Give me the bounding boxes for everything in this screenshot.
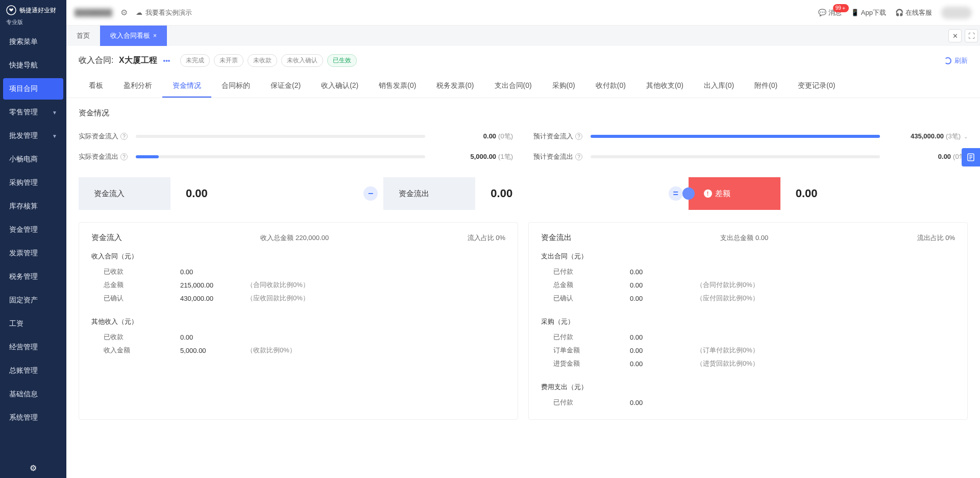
subtab-2[interactable]: 资金情况: [162, 75, 211, 98]
data-row: 进货金额0.00（进货回款比例0%）: [541, 357, 955, 370]
contract-title: 收入合同: X大厦工程: [79, 55, 157, 66]
chevron-down-icon[interactable]: ⌄: [964, 134, 968, 139]
status-chip: 未收入确认: [281, 54, 323, 67]
tab-home[interactable]: 首页: [66, 26, 100, 46]
subtab-3[interactable]: 合同标的: [211, 75, 260, 98]
difference-label: !差额: [689, 177, 780, 210]
warning-icon: !: [704, 189, 712, 198]
subtab-5[interactable]: 收入确认(2): [311, 75, 369, 98]
sidebar-item-0[interactable]: 搜索菜单: [0, 30, 66, 54]
feedback-float-button[interactable]: [962, 148, 980, 166]
funds-section-title: 资金情况: [66, 98, 980, 126]
subtab-14[interactable]: 变更记录(0): [788, 75, 845, 98]
subtab-6[interactable]: 销售发票(0): [369, 75, 426, 98]
data-row: 收入金额5,000.00（收款比例0%）: [91, 344, 505, 357]
equals-icon: =: [669, 186, 683, 201]
content-scroll[interactable]: 资金情况 实际资金流入? 0.00(0笔) 预计资金流入? 435,000.00…: [66, 98, 980, 478]
subtab-4[interactable]: 保证金(2): [260, 75, 311, 98]
status-chip-active: 已生效: [327, 54, 357, 67]
actual-inflow-row: 实际资金流入? 0.00(0笔): [79, 126, 513, 147]
data-row: 已确认430,000.00（应收回款比例0%）: [91, 292, 505, 305]
status-chip: 未开票: [214, 54, 243, 67]
expected-outflow-row: 预计资金流出? 0.00(0笔): [533, 147, 968, 167]
inflow-label: 资金流入: [79, 177, 170, 210]
sidebar-item-9[interactable]: 发票管理: [0, 242, 66, 265]
status-chip: 未完成: [180, 54, 210, 67]
subtab-11[interactable]: 其他收支(0): [636, 75, 694, 98]
subtabs: 看板盈利分析资金情况合同标的保证金(2)收入确认(2)销售发票(0)税务发票(0…: [66, 75, 980, 98]
help-icon[interactable]: ?: [120, 133, 128, 140]
sidebar-item-13[interactable]: 经营管理: [0, 336, 66, 359]
sidebar-item-8[interactable]: 资金管理: [0, 218, 66, 242]
sidebar-item-2[interactable]: 项目合同: [3, 78, 63, 100]
sidebar-settings-icon[interactable]: ⚙: [30, 464, 37, 472]
close-tab-icon[interactable]: ×: [153, 32, 157, 39]
subtab-12[interactable]: 出入库(0): [694, 75, 744, 98]
topbar: ████████ ⚙ ☁ 我要看实例演示 💬 消息 99＋ 📱 App下载: [66, 0, 980, 26]
minus-icon: −: [363, 186, 378, 201]
tab-income-contract-board[interactable]: 收入合同看板 ×: [100, 26, 167, 46]
refresh-button[interactable]: 刷新: [944, 56, 968, 65]
sidebar-item-5[interactable]: 小畅电商: [0, 148, 66, 171]
difference-value: 0.00: [780, 187, 968, 200]
phone-icon: 📱: [851, 9, 859, 16]
outflow-label: 资金流出: [383, 177, 475, 210]
subtab-13[interactable]: 附件(0): [744, 75, 788, 98]
data-row: 已付款0.00: [541, 330, 955, 344]
sidebar-item-10[interactable]: 税务管理: [0, 265, 66, 289]
customer-service-button[interactable]: 🎧 在线客服: [895, 8, 932, 17]
inflow-panel: 资金流入 收入总金额 220,000.00 流入占比 0% 收入合同（元） 已收…: [79, 222, 518, 420]
subtab-10[interactable]: 收付款(0): [585, 75, 636, 98]
headset-icon: 🎧: [895, 9, 903, 16]
page-tabs: 首页 收入合同看板 × ✕ ⛶: [66, 26, 980, 46]
data-row: 总金额0.00（合同付款比例0%）: [541, 278, 955, 292]
subtab-7[interactable]: 税务发票(0): [426, 75, 484, 98]
actual-outflow-row: 实际资金流出? 5,000.00(1笔): [79, 147, 513, 167]
sidebar: 畅捷通好业财 专业版 搜索菜单快捷导航项目合同零售管理▼批发管理▼小畅电商采购管…: [0, 0, 66, 478]
org-selector[interactable]: ████████: [75, 9, 112, 16]
outflow-panel: 资金流出 支出总金额 0.00 流出占比 0% 支出合同（元） 已付款0.00总…: [528, 222, 968, 420]
sidebar-item-16[interactable]: 系统管理: [0, 406, 66, 429]
sidebar-item-3[interactable]: 零售管理▼: [0, 101, 66, 124]
status-chip: 未收款: [248, 54, 277, 67]
sidebar-item-6[interactable]: 采购管理: [0, 171, 66, 195]
message-button[interactable]: 💬 消息 99＋: [818, 8, 842, 17]
expected-inflow-row: 预计资金流入? 435,000.00(3笔)⌄: [533, 126, 968, 147]
more-actions-button[interactable]: •••: [163, 57, 170, 64]
subtab-1[interactable]: 盈利分析: [113, 75, 162, 98]
subtab-0[interactable]: 看板: [79, 75, 113, 98]
brand-edition: 专业版: [0, 18, 66, 30]
sidebar-item-7[interactable]: 库存核算: [0, 195, 66, 218]
sidebar-item-11[interactable]: 固定资产: [0, 289, 66, 312]
help-icon[interactable]: ?: [120, 153, 128, 160]
sidebar-item-14[interactable]: 总账管理: [0, 359, 66, 383]
app-download-button[interactable]: 📱 App下载: [851, 8, 886, 17]
brand-name: 畅捷通好业财: [19, 6, 56, 15]
help-icon[interactable]: ?: [575, 133, 582, 140]
demo-link[interactable]: ☁ 我要看实例演示: [136, 8, 192, 17]
sidebar-item-1[interactable]: 快捷导航: [0, 54, 66, 77]
heart-logo-icon: [6, 5, 16, 15]
data-row: 总金额215,000.00（合同收款比例0%）: [91, 278, 505, 292]
sidebar-item-12[interactable]: 工资: [0, 312, 66, 336]
brand-logo: 畅捷通好业财: [0, 0, 66, 18]
refresh-icon: [944, 57, 951, 64]
sidebar-item-15[interactable]: 基础信息: [0, 383, 66, 406]
topbar-settings-icon[interactable]: ⚙: [120, 8, 128, 17]
subtab-9[interactable]: 采购(0): [542, 75, 585, 98]
help-icon[interactable]: ?: [575, 153, 582, 160]
data-row: 已付款0.00: [541, 396, 955, 409]
sidebar-item-4[interactable]: 批发管理▼: [0, 124, 66, 148]
data-row: 已收款0.00: [91, 330, 505, 344]
note-icon: [966, 153, 975, 162]
close-all-tabs-button[interactable]: ✕: [948, 29, 962, 42]
message-badge: 99＋: [833, 4, 849, 12]
outflow-value: 0.00: [475, 187, 663, 200]
data-row: 已收款0.00: [91, 265, 505, 278]
chevron-down-icon: ▼: [52, 133, 57, 139]
fullscreen-button[interactable]: ⛶: [965, 29, 978, 42]
cloud-icon: ☁: [136, 9, 142, 16]
chat-icon: 💬: [818, 9, 826, 16]
avatar[interactable]: [941, 7, 972, 19]
subtab-8[interactable]: 支出合同(0): [484, 75, 542, 98]
